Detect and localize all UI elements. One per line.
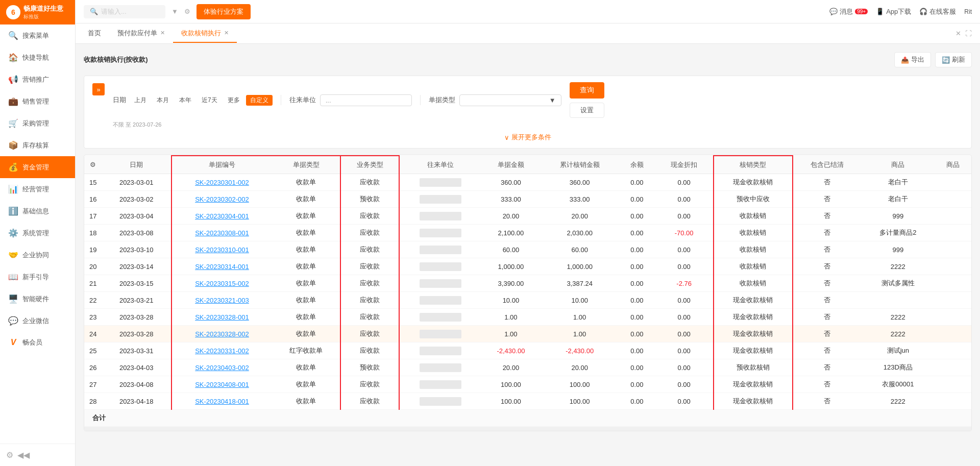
tab-expand-icon[interactable]: ⛶ (965, 30, 972, 37)
horizontal-scrollbar[interactable] (84, 427, 971, 431)
tab-collection[interactable]: 收款核销执行 ✕ (173, 24, 237, 43)
bill-no-link[interactable]: SK-20230310-001 (195, 246, 249, 254)
sidebar-item-corp[interactable]: 🤝 企业协同 (0, 244, 75, 266)
sidebar-item-marketing[interactable]: 📢 营销推广 (0, 68, 75, 90)
cell-nuclear-type: 预收中应收 (714, 191, 793, 208)
sidebar-item-system[interactable]: ⚙️ 系统管理 (0, 222, 75, 244)
partner-input[interactable]: ... (320, 94, 412, 106)
export-button[interactable]: 📤 导出 (894, 52, 931, 67)
cell-goods2 (935, 275, 971, 292)
query-button[interactable]: 查询 (570, 82, 604, 99)
sidebar-item-inventory[interactable]: 📦 库存核算 (0, 134, 75, 156)
cell-bill-no[interactable]: SK-20230315-002 (172, 275, 272, 292)
solution-button[interactable]: 体验行业方案 (197, 4, 251, 19)
sidebar-item-wechat[interactable]: 💬 企业微信 (0, 310, 75, 332)
this-month-tag[interactable]: 本月 (153, 95, 173, 106)
dropdown-arrow-icon[interactable]: ▼ (172, 8, 178, 15)
cell-bill-no[interactable]: SK-20230314-001 (172, 258, 272, 275)
table-row: 15 2023-03-01 SK-20230301-002 收款单 应收款 ██… (84, 174, 971, 191)
cell-bill-no[interactable]: SK-20230321-003 (172, 292, 272, 309)
bill-no-link[interactable]: SK-20230301-002 (195, 179, 249, 186)
cell-bill-no[interactable]: SK-20230408-001 (172, 376, 272, 393)
settings-gear-icon[interactable]: ⚙ (6, 450, 13, 460)
cell-bill-no[interactable]: SK-20230310-001 (172, 241, 272, 258)
tab-close-icon[interactable]: ✕ (224, 30, 229, 36)
sidebar-item-finance[interactable]: 💰 资金管理 (0, 156, 75, 178)
cell-include-settled: 否 (793, 359, 861, 376)
service-item[interactable]: 🎧 在线客服 (919, 7, 956, 16)
message-icon-item[interactable]: 💬 消息 99+ (829, 7, 868, 16)
bill-type-select[interactable]: ▼ (459, 94, 561, 106)
sidebar-item-guide[interactable]: 📖 新手引导 (0, 266, 75, 288)
cell-biz-type: 应收款 (340, 174, 399, 191)
bill-no-link[interactable]: SK-20230408-001 (195, 381, 249, 388)
cell-bill-no[interactable]: SK-20230328-001 (172, 309, 272, 326)
last-month-tag[interactable]: 上月 (130, 95, 151, 106)
sidebar-item-basic[interactable]: ℹ️ 基础信息 (0, 200, 75, 222)
filter-expand-btn[interactable]: » (92, 83, 105, 95)
th-settings[interactable]: ⚙ (84, 156, 102, 174)
sidebar-item-label: 资金管理 (22, 163, 49, 172)
cell-bill-no[interactable]: SK-20230308-001 (172, 225, 272, 241)
sidebar-item-hardware[interactable]: 🖥️ 智能硬件 (0, 288, 75, 310)
app-download-item[interactable]: 📱 App下载 (876, 7, 911, 16)
cell-partner: ████████ (399, 174, 481, 191)
bill-no-link[interactable]: SK-20230403-002 (195, 364, 249, 372)
cell-bill-no[interactable]: SK-20230331-002 (172, 342, 272, 359)
cell-written-off: 20.00 (541, 359, 619, 376)
tab-close-all-icon[interactable]: ✕ (955, 30, 961, 37)
bill-no-link[interactable]: SK-20230321-003 (195, 297, 249, 304)
cell-include-settled: 否 (793, 342, 861, 359)
sidebar-item-sales[interactable]: 💼 销售管理 (0, 90, 75, 112)
expand-more-btn[interactable]: ∨ 展开更多条件 (92, 133, 963, 142)
more-tag[interactable]: 更多 (224, 95, 244, 106)
tab-prepay[interactable]: 预付款应付单 ✕ (109, 24, 173, 43)
cell-bill-no[interactable]: SK-20230302-002 (172, 191, 272, 208)
bill-no-link[interactable]: SK-20230304-001 (195, 212, 249, 220)
cell-partner: ████████ (399, 258, 481, 275)
sidebar-item-member[interactable]: V 畅会员 (0, 332, 75, 353)
cell-nuclear-type: 收款核销 (714, 208, 793, 225)
sidebar-item-purchase[interactable]: 🛒 采购管理 (0, 112, 75, 134)
refresh-button[interactable]: 🔄 刷新 (935, 52, 972, 67)
bill-no-link[interactable]: SK-20230314-001 (195, 263, 249, 271)
topbar-search[interactable]: 🔍 请输入... (84, 5, 165, 18)
collapse-icon[interactable]: ◀◀ (17, 450, 30, 460)
bill-no-link[interactable]: SK-20230418-001 (195, 398, 249, 405)
cell-include-settled: 否 (793, 225, 861, 241)
table-row: 17 2023-03-04 SK-20230304-001 收款单 应收款 ██… (84, 208, 971, 225)
bill-no-link[interactable]: SK-20230328-001 (195, 313, 249, 321)
sidebar-item-search[interactable]: 🔍 搜索菜单 (0, 24, 75, 46)
this-year-tag[interactable]: 本年 (175, 95, 195, 106)
bill-no-link[interactable]: SK-20230331-002 (195, 347, 249, 355)
cell-bill-no[interactable]: SK-20230301-002 (172, 174, 272, 191)
cell-no: 22 (84, 292, 102, 309)
tab-home[interactable]: 首页 (80, 24, 109, 43)
tab-bar: 首页 预付款应付单 ✕ 收款核销执行 ✕ ✕ ⛶ (76, 23, 980, 44)
bill-no-link[interactable]: SK-20230308-001 (195, 229, 249, 237)
last-7days-tag[interactable]: 近7天 (198, 95, 222, 106)
cell-no: 19 (84, 241, 102, 258)
bill-no-link[interactable]: SK-20230315-002 (195, 280, 249, 287)
cell-bill-no[interactable]: SK-20230328-002 (172, 326, 272, 342)
filter-settings-button[interactable]: 设置 (570, 103, 604, 118)
sidebar-item-operation[interactable]: 📊 经营管理 (0, 178, 75, 200)
tab-controls: ✕ ⛶ (955, 30, 976, 37)
user-info[interactable]: Rit (964, 8, 972, 15)
cell-bill-no[interactable]: SK-20230403-002 (172, 359, 272, 376)
th-goods: 商品 (861, 156, 935, 174)
cell-amount: 10.00 (481, 292, 541, 309)
bill-no-link[interactable]: SK-20230302-002 (195, 195, 249, 203)
cell-bill-no[interactable]: SK-20230304-001 (172, 208, 272, 225)
tab-close-icon[interactable]: ✕ (160, 30, 165, 36)
custom-tag[interactable]: 自定义 (246, 95, 273, 106)
sidebar-item-label: 基础信息 (22, 207, 49, 216)
cell-goods2 (935, 174, 971, 191)
bill-no-link[interactable]: SK-20230328-002 (195, 330, 249, 338)
cell-bill-type: 收款单 (272, 359, 340, 376)
gear-icon[interactable]: ⚙ (184, 8, 190, 15)
cell-written-off: 10.00 (541, 292, 619, 309)
sidebar-item-nav[interactable]: 🏠 快捷导航 (0, 46, 75, 68)
cell-bill-no[interactable]: SK-20230418-001 (172, 393, 272, 410)
cell-include-settled: 否 (793, 174, 861, 191)
